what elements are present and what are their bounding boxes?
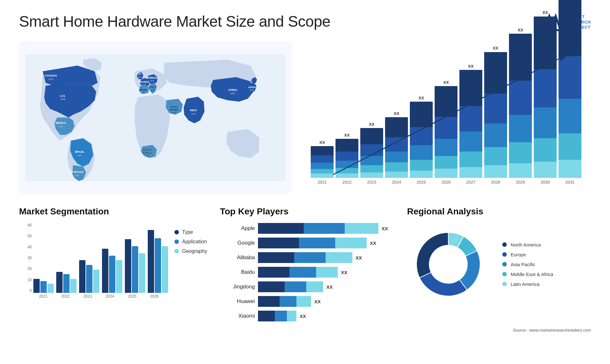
bar-chart-section: XXXXXXXXXXXXXXXXXXXXXX 20212022202320242… [304, 41, 591, 194]
growth-bar-segment [459, 106, 482, 131]
source-text: Source : www.marketresearchintellect.com [19, 328, 591, 333]
donut-segment [420, 273, 467, 296]
svg-text:xx%: xx% [58, 125, 63, 128]
player-bar-seg [316, 267, 338, 278]
player-name: Baidu [220, 269, 255, 275]
growth-bar-segment [459, 152, 482, 167]
growth-bar-group: XX [311, 140, 334, 178]
growth-bar-group: XX [559, 0, 581, 178]
growth-bar-label: XX [443, 80, 449, 85]
growth-bar-segment [509, 81, 532, 115]
map-section: CANADA xx% U.S. xx% MEXICO xx% BRAZIL xx… [19, 41, 292, 194]
player-bar-label: XX [300, 313, 306, 319]
reg-label: Europe [511, 252, 526, 257]
seg-bar [102, 249, 108, 293]
donut-wrapper: North AmericaEuropeAsia PacificMiddle Ea… [407, 223, 585, 306]
player-row: XiaomiXX [220, 311, 388, 321]
seg-bar [40, 281, 47, 293]
donut-chart-svg [407, 223, 490, 306]
growth-bar-segment [435, 86, 458, 117]
legend-dot [174, 230, 179, 234]
growth-bar-segment [484, 52, 507, 94]
growth-x-label: 2028 [484, 180, 507, 185]
growth-bar-segment [311, 146, 334, 155]
legend-label: Application [182, 239, 207, 245]
legend-dot [174, 249, 179, 253]
header: Smart Home Hardware Market Size and Scop… [19, 13, 591, 32]
growth-bar-segment [534, 69, 557, 107]
player-row: GoogleXX [220, 238, 388, 248]
growth-bar-segment [435, 139, 458, 156]
player-bar-seg [289, 267, 316, 278]
reg-legend-item: Asia Pacific [502, 262, 553, 267]
legend-label: Geography [182, 248, 207, 254]
player-row: AlibabaXX [220, 252, 388, 263]
growth-bar-segment [410, 145, 433, 160]
growth-bar-segment [311, 155, 334, 163]
svg-text:xx%: xx% [140, 91, 145, 94]
svg-text:AFRICA: AFRICA [142, 152, 152, 155]
player-bar-seg [326, 252, 352, 263]
player-name: Alibaba [220, 254, 255, 261]
growth-bar-segment [336, 161, 358, 168]
segmentation-title: Market Segmentation [19, 206, 207, 217]
growth-bar-group: XX [410, 96, 433, 178]
player-bar-inner [258, 311, 296, 321]
svg-text:MEXICO: MEXICO [56, 122, 66, 125]
seg-bar-group [148, 230, 168, 293]
svg-text:xx%: xx% [75, 174, 79, 177]
growth-bar-group: XX [509, 28, 532, 178]
growth-bar-label: XX [468, 64, 473, 69]
seg-bar [63, 274, 70, 293]
player-name: Apple [220, 225, 255, 232]
growth-bar-segment [559, 0, 581, 56]
player-bar-seg [258, 311, 275, 321]
seg-legend: TypeApplicationGeography [174, 223, 207, 254]
segmentation-section: Market Segmentation 0102030405060 202120… [19, 206, 207, 299]
growth-bar-segment [311, 163, 334, 169]
growth-x-label: 2024 [385, 180, 408, 185]
seg-bar [116, 260, 122, 293]
growth-bar-segment [509, 163, 532, 178]
svg-text:SOUTH: SOUTH [143, 149, 152, 152]
growth-bar-segment [385, 117, 408, 137]
svg-text:INDIA: INDIA [190, 109, 197, 112]
seg-bar [93, 270, 99, 293]
player-bar-seg [285, 281, 306, 292]
growth-bar-segment [435, 117, 458, 139]
seg-bar [79, 260, 85, 293]
growth-x-label: 2021 [311, 180, 334, 185]
player-bar-inner [258, 281, 323, 292]
svg-text:CHINA: CHINA [228, 88, 237, 91]
growth-bar-segment [336, 173, 358, 178]
player-row: HuaweiXX [220, 296, 388, 307]
seg-bars [19, 223, 168, 293]
seg-bar-group [102, 249, 122, 293]
reg-label: Middle East & Africa [511, 272, 553, 277]
svg-text:BRAZIL: BRAZIL [75, 151, 85, 153]
svg-text:xx%: xx% [150, 89, 155, 91]
player-bar-seg [258, 252, 294, 263]
growth-x-label: 2022 [336, 180, 358, 185]
svg-text:xx%: xx% [78, 154, 82, 157]
player-bar-seg [345, 223, 378, 234]
growth-bar-segment [484, 124, 507, 147]
growth-bar-segment [559, 160, 581, 178]
svg-text:xx%: xx% [150, 79, 154, 82]
svg-text:xx%: xx% [60, 98, 65, 101]
donut-segment [417, 233, 448, 278]
growth-bar-label: XX [493, 46, 498, 51]
player-bar-seg [275, 311, 287, 321]
players-list: AppleXXGoogleXXAlibabaXXBaiduXXJingdongX… [220, 223, 388, 321]
player-bar-track: XX [258, 238, 388, 248]
growth-bar-segment [559, 56, 581, 99]
growth-bar-group: XX [459, 64, 482, 178]
svg-text:xx%: xx% [250, 89, 254, 91]
players-title: Top Key Players [220, 206, 388, 217]
player-bar-seg [258, 238, 299, 248]
growth-bar-label: XX [319, 140, 325, 145]
player-bar-seg [280, 296, 296, 307]
seg-bar [132, 246, 138, 293]
player-bar-seg [304, 223, 345, 234]
seg-x-label: 2024 [100, 294, 120, 299]
